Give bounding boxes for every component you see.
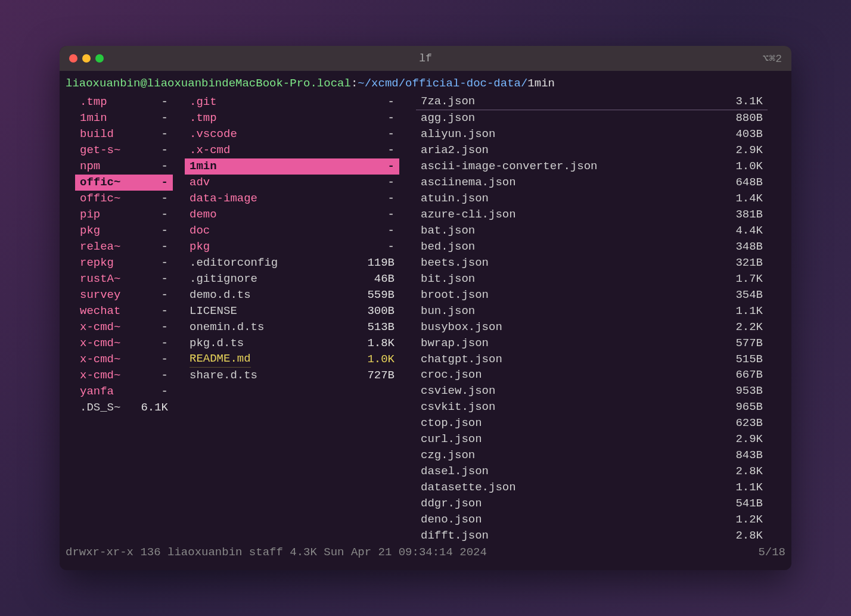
list-item[interactable]: 1min- xyxy=(75,110,173,126)
list-item[interactable]: README.md1.0K xyxy=(185,351,399,368)
list-item[interactable]: offic~- xyxy=(75,191,173,207)
list-item[interactable]: czg.json843B xyxy=(416,447,768,463)
list-item[interactable]: azure-cli.json381B xyxy=(416,207,768,223)
item-name: aliyun.json xyxy=(421,126,495,142)
list-item[interactable]: csvkit.json965B xyxy=(416,399,768,415)
list-item[interactable]: .gitignore46B xyxy=(185,271,399,287)
list-item[interactable]: x-cmd~- xyxy=(75,335,173,351)
item-name: asciinema.json xyxy=(421,175,516,191)
list-item[interactable]: .editorconfig119B xyxy=(185,255,399,271)
item-size: - xyxy=(138,287,168,303)
list-item[interactable]: data-image- xyxy=(185,191,399,207)
list-item[interactable]: bun.json1.1K xyxy=(416,303,768,319)
list-item[interactable]: pkg- xyxy=(185,239,399,255)
list-item[interactable]: doc- xyxy=(185,223,399,239)
list-item[interactable]: agg.json880B xyxy=(416,110,768,126)
list-item[interactable]: dasel.json2.8K xyxy=(416,463,768,480)
list-item[interactable]: LICENSE300B xyxy=(185,303,399,319)
item-name: difft.json xyxy=(421,528,489,542)
item-size: - xyxy=(365,207,395,223)
list-item[interactable]: datasette.json1.1K xyxy=(416,480,768,496)
list-item[interactable]: deno.json1.2K xyxy=(416,512,768,528)
list-item[interactable]: pip- xyxy=(75,207,173,223)
list-item[interactable]: get-s~- xyxy=(75,142,173,158)
list-item[interactable]: survey- xyxy=(75,287,173,303)
file-columns: .tmp-1min-build-get-s~-npm-offic~-offic~… xyxy=(60,94,791,542)
list-item[interactable]: .vscode- xyxy=(185,126,399,142)
item-name: bat.json xyxy=(421,223,475,239)
list-item[interactable]: .tmp- xyxy=(185,110,399,126)
list-item[interactable]: bat.json4.4K xyxy=(416,223,768,239)
item-name: bun.json xyxy=(421,303,475,319)
list-item[interactable]: wechat- xyxy=(75,303,173,319)
item-name: .vscode xyxy=(190,126,237,142)
current-column[interactable]: .git-.tmp-.vscode-.x-cmd-1min-adv-data-i… xyxy=(173,94,399,542)
list-item[interactable]: bit.json1.7K xyxy=(416,271,768,287)
list-item[interactable]: .git- xyxy=(185,94,399,110)
list-item[interactable]: relea~- xyxy=(75,239,173,255)
list-item[interactable]: share.d.ts727B xyxy=(185,368,399,384)
item-size: - xyxy=(365,126,395,142)
item-name: ascii-image-converter.json xyxy=(421,158,597,175)
terminal-content[interactable]: liaoxuanbin@liaoxuanbindeMacBook-Pro.loc… xyxy=(60,71,791,570)
preview-column[interactable]: 7za.json3.1Kagg.json880Baliyun.json403Ba… xyxy=(399,94,785,542)
list-item[interactable]: x-cmd~- xyxy=(75,368,173,384)
item-name: .editorconfig xyxy=(190,255,278,271)
list-item[interactable]: x-cmd~- xyxy=(75,351,173,368)
list-item[interactable]: x-cmd~- xyxy=(75,319,173,335)
list-item[interactable]: ascii-image-converter.json1.0K xyxy=(416,158,768,175)
item-size: 513B xyxy=(365,319,395,335)
list-item[interactable]: .DS_S~6.1K xyxy=(75,400,173,416)
list-item[interactable]: ctop.json623B xyxy=(416,415,768,431)
maximize-button[interactable] xyxy=(95,54,104,63)
list-item[interactable]: build- xyxy=(75,126,173,142)
list-item[interactable]: demo.d.ts559B xyxy=(185,287,399,303)
list-item[interactable]: curl.json2.9K xyxy=(416,431,768,447)
item-size: 2.2K xyxy=(733,319,763,335)
list-item[interactable]: .x-cmd- xyxy=(185,142,399,158)
item-size: 727B xyxy=(365,368,395,384)
list-item[interactable]: 7za.json3.1K xyxy=(416,94,768,110)
list-item[interactable]: broot.json354B xyxy=(416,287,768,303)
list-item[interactable]: aliyun.json403B xyxy=(416,126,768,142)
list-item[interactable]: difft.json2.8K xyxy=(416,528,768,542)
list-item[interactable]: asciinema.json648B xyxy=(416,175,768,191)
item-name: chatgpt.json xyxy=(421,351,502,368)
minimize-button[interactable] xyxy=(82,54,91,63)
list-item[interactable]: .tmp- xyxy=(75,94,173,110)
list-item[interactable]: atuin.json1.4K xyxy=(416,191,768,207)
list-item[interactable]: busybox.json2.2K xyxy=(416,319,768,335)
list-item[interactable]: aria2.json2.9K xyxy=(416,142,768,158)
item-name: pkg xyxy=(190,239,210,255)
item-size: 6.1K xyxy=(138,400,168,416)
item-size: 354B xyxy=(733,287,763,303)
list-item[interactable]: 1min- xyxy=(185,158,399,175)
window-title: lf xyxy=(419,52,432,64)
item-name: czg.json xyxy=(421,447,475,463)
list-item[interactable]: bed.json348B xyxy=(416,239,768,255)
close-button[interactable] xyxy=(69,54,77,63)
list-item[interactable]: csview.json953B xyxy=(416,383,768,399)
item-name: .tmp xyxy=(190,110,217,126)
list-item[interactable]: demo- xyxy=(185,207,399,223)
list-item[interactable]: ddgr.json541B xyxy=(416,496,768,512)
item-size: 515B xyxy=(733,351,763,368)
list-item[interactable]: bwrap.json577B xyxy=(416,335,768,351)
parent-column[interactable]: .tmp-1min-build-get-s~-npm-offic~-offic~… xyxy=(66,94,173,542)
list-item[interactable]: pkg.d.ts1.8K xyxy=(185,335,399,351)
list-item[interactable]: offic~- xyxy=(75,175,173,191)
list-item[interactable]: rustA~- xyxy=(75,271,173,287)
list-item[interactable]: croc.json667B xyxy=(416,367,768,383)
item-size: 953B xyxy=(733,383,763,399)
list-item[interactable]: chatgpt.json515B xyxy=(416,351,768,368)
list-item[interactable]: npm- xyxy=(75,158,173,175)
list-item[interactable]: yanfa- xyxy=(75,384,173,400)
list-item[interactable]: repkg- xyxy=(75,255,173,271)
item-size: 843B xyxy=(733,447,763,463)
item-name: beets.json xyxy=(421,255,489,271)
item-size: 2.8K xyxy=(733,528,763,542)
list-item[interactable]: adv- xyxy=(185,175,399,191)
list-item[interactable]: pkg- xyxy=(75,223,173,239)
list-item[interactable]: onemin.d.ts513B xyxy=(185,319,399,335)
list-item[interactable]: beets.json321B xyxy=(416,255,768,271)
